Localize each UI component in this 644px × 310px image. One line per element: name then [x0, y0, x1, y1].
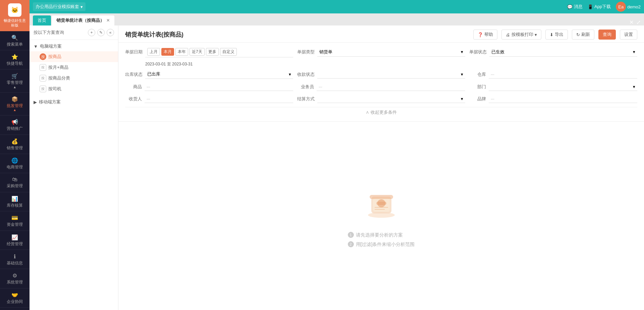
topbar-app-name: 办公用品行业模拟账套: [36, 4, 79, 10]
avatar: Ea: [616, 2, 626, 12]
tree-child-by-product[interactable]: 按 按商品: [30, 51, 118, 62]
warehouse-label: 仓库: [469, 71, 486, 78]
home-tab-label: 首页: [38, 17, 46, 23]
staff-input[interactable]: ···: [317, 83, 465, 91]
date-btn-more[interactable]: 更多: [206, 48, 219, 56]
app-download-btn[interactable]: 📱 App下载: [588, 4, 611, 10]
add-scheme-btn[interactable]: +: [88, 29, 95, 36]
out-status-selector[interactable]: 已出库 ▾: [145, 70, 293, 79]
dept-selector[interactable]: ▾: [489, 83, 637, 91]
empty-tips: 1 请先选择要分析的方案 2 用[过滤]条件来缩小分析范围: [348, 230, 415, 249]
filter-row-3: 商品 ··· 业务员 ··· 部门: [125, 83, 637, 91]
date-btn-last-month[interactable]: 上月: [147, 48, 160, 56]
product-dots: ···: [147, 84, 150, 89]
sidebar-item-sales[interactable]: 💰 销售管理: [0, 135, 30, 154]
template-print-btn[interactable]: 🖨 按模板打印 ▾: [501, 30, 541, 40]
status-selector[interactable]: 已生效 ▾: [489, 48, 637, 57]
refresh-btn[interactable]: ↻ 刷新: [572, 30, 594, 40]
sidebar-item-finance[interactable]: 💳 资金管理: [0, 211, 30, 230]
empty-tip-1: 1 请先选择要分析的方案: [348, 230, 415, 240]
collapse-panel-btn[interactable]: «: [107, 29, 114, 36]
tree-parent-mobile[interactable]: ▶ 移动端方案: [30, 97, 118, 107]
purchase-icon: 🛍: [12, 176, 17, 183]
date-btn-this-year[interactable]: 本年: [175, 48, 188, 56]
product-input[interactable]: ···: [145, 83, 293, 91]
tree-child-by-category[interactable]: 按 按商品分类: [30, 73, 118, 84]
close-window-btn[interactable]: ✕: [629, 19, 634, 25]
payment-selector[interactable]: ▾: [317, 95, 465, 103]
tab-sales-stat[interactable]: 销货单统计表（按商品） ✕: [52, 15, 114, 25]
filter-brand: 品牌 ···: [469, 95, 637, 103]
payment-dropdown-icon: ▾: [461, 96, 463, 101]
receiver-input[interactable]: ···: [145, 95, 293, 103]
retail-arrow-icon: ▲: [13, 85, 16, 89]
sidebar: 🐱 畅捷信好生意 标版 🔍 搜索菜单 ⭐ 快捷导航 🛒 零售管理 ▲ 📦 批发管…: [0, 0, 30, 310]
filter-warehouse: 仓库 ···: [469, 70, 637, 79]
query-btn[interactable]: 查询: [598, 30, 616, 40]
receipt-status-selector[interactable]: ▾: [317, 70, 465, 79]
sidebar-item-enterprise[interactable]: 🤝 企业协同: [0, 289, 30, 308]
tip-num-2: 2: [348, 241, 354, 247]
tree-section-desktop: ▼ 电脑端方案 按 按商品 按 按月+商品 按 按商品分类 按 按司机: [30, 40, 118, 96]
sidebar-item-inventory[interactable]: 📊 库存核算: [0, 192, 30, 211]
warehouse-input[interactable]: ···: [489, 70, 637, 79]
sidebar-item-marketing[interactable]: 📢 营销推广: [0, 115, 30, 135]
sidebar-nav: 🔍 搜索菜单 ⭐ 快捷导航 🛒 零售管理 ▲ 📦 批发管理 ▲ 📢 营销推广 💰…: [0, 31, 30, 310]
tab-home[interactable]: 首页: [33, 15, 51, 25]
tree-child-by-month-product[interactable]: 按 按月+商品: [30, 62, 118, 73]
message-btn[interactable]: 💬 消息: [567, 4, 583, 10]
tree-child-by-cashier[interactable]: 按 按司机: [30, 84, 118, 94]
filter-row-2: 出库状态 已出库 ▾ 收款状态 ▾ 仓库: [125, 70, 637, 79]
maximize-window-btn[interactable]: ⤢: [636, 19, 641, 25]
type-selector[interactable]: 销货单 ▾: [317, 48, 465, 57]
empty-tip-2: 2 用[过滤]条件来缩小分析范围: [348, 240, 415, 249]
empty-state: 1 请先选择要分析的方案 2 用[过滤]条件来缩小分析范围: [118, 122, 644, 310]
sidebar-item-purchase[interactable]: 🛍 采购管理: [0, 173, 30, 192]
user-menu[interactable]: Ea demo2: [616, 2, 641, 12]
export-btn[interactable]: ⬇ 导出: [545, 30, 568, 40]
help-icon: ❓: [478, 32, 483, 37]
sidebar-item-retail[interactable]: 🛒 零售管理 ▲: [0, 69, 30, 92]
tree-parent-desktop[interactable]: ▼ 电脑端方案: [30, 41, 118, 51]
topbar-right: 💬 消息 📱 App下载 Ea demo2: [567, 2, 641, 12]
by-product-icon: 按: [40, 53, 46, 60]
sidebar-item-quick-nav[interactable]: ⭐ 快捷导航: [0, 50, 30, 69]
date-btn-7days[interactable]: 近7天: [190, 48, 205, 56]
sidebar-item-guide[interactable]: 🎯 新手引导: [0, 308, 30, 310]
export-icon: ⬇: [550, 32, 553, 37]
receiver-dots: ···: [147, 96, 150, 101]
settings-btn[interactable]: 设置: [620, 30, 637, 40]
date-label: 单据日期: [125, 49, 143, 55]
sidebar-item-operation[interactable]: 📈 经营管理: [0, 231, 30, 250]
tree-parent-label: 电脑端方案: [40, 43, 62, 49]
collapse-filter-btn[interactable]: ∧ 收起更多条件: [125, 107, 637, 117]
empty-icon: [361, 183, 401, 223]
date-btn-custom[interactable]: 自定义: [220, 48, 237, 56]
filter-status: 单据状态 已生效 ▾: [469, 47, 637, 57]
sidebar-item-wholesale[interactable]: 📦 批发管理 ▲: [0, 93, 30, 115]
retail-icon: 🛒: [11, 73, 18, 79]
date-selector: 上月 本月 本年 近7天 更多 自定义: [145, 47, 293, 57]
operation-icon: 📈: [11, 234, 18, 241]
sidebar-item-base[interactable]: ℹ 基础信息: [0, 250, 30, 269]
sidebar-item-search[interactable]: 🔍 搜索菜单: [0, 31, 30, 50]
date-btn-this-month[interactable]: 本月: [161, 48, 174, 56]
left-panel-actions: + ✎ «: [88, 29, 114, 36]
edit-scheme-btn[interactable]: ✎: [97, 29, 105, 36]
sales-icon: 💰: [11, 138, 18, 145]
topbar-dropdown[interactable]: 办公用品行业模拟账套 ▾: [33, 2, 86, 11]
print-arrow-icon: ▾: [535, 32, 537, 37]
sidebar-item-ecommerce[interactable]: 🌐 电商管理: [0, 154, 30, 173]
phone-icon: 📱: [588, 4, 593, 9]
page-header: 销货单统计表(按商品) ❓ 帮助 🖨 按模板打印 ▾ ⬇ 导出: [118, 25, 644, 43]
sidebar-item-system[interactable]: ⚙ 系统管理: [0, 269, 30, 288]
refresh-icon: ↻: [576, 32, 580, 37]
tab-close-icon[interactable]: ✕: [106, 18, 110, 23]
brand-input[interactable]: ···: [489, 95, 637, 103]
tabs-bar: 首页 销货单统计表（按商品） ✕ ✕ ⤢: [30, 13, 644, 25]
receipt-dropdown-icon: ▾: [461, 72, 463, 77]
out-status-dropdown-icon: ▾: [289, 72, 291, 77]
help-btn[interactable]: ❓ 帮助: [473, 30, 497, 40]
out-status-label: 出库状态: [125, 71, 143, 78]
status-value: 已生效: [491, 49, 504, 55]
